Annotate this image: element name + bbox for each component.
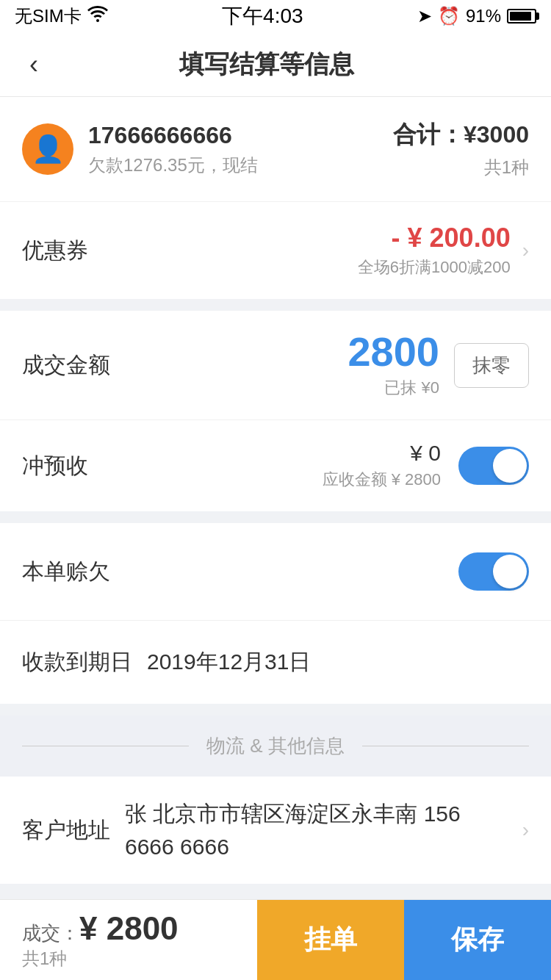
page-title: 填写结算等信息 [46, 48, 488, 82]
deal-right: 2800 已抹 ¥0 抹零 [347, 331, 529, 399]
bottom-deal-label: 成交： [22, 920, 79, 946]
coupon-label: 优惠券 [22, 236, 88, 266]
coupon-desc: 全场6折满1000减200 [358, 256, 511, 278]
address-chevron-icon: › [522, 818, 529, 842]
back-button[interactable]: ‹ [22, 42, 46, 87]
deal-sub: 已抹 ¥0 [347, 377, 439, 399]
benshandanque-toggle[interactable] [458, 552, 529, 591]
total-sub: 共1种 [393, 156, 529, 179]
coupon-row[interactable]: 优惠券 - ¥ 200.00 全场6折满1000减200 › [0, 202, 551, 299]
avatar: 👤 [22, 123, 73, 175]
customer-sub: 欠款1276.35元，现结 [88, 154, 393, 177]
hang-button[interactable]: 挂单 [257, 900, 404, 981]
bottom-bar: 成交： ¥ 2800 共1种 挂单 保存 [0, 899, 551, 980]
logistics-separator: 物流 & 其他信息 [0, 716, 551, 777]
customer-info: 17666666666 欠款1276.35元，现结 [88, 122, 393, 177]
divider-1 [0, 299, 551, 311]
bottom-deal-line: 成交： ¥ 2800 [22, 910, 235, 947]
bottom-count: 共1种 [22, 947, 235, 970]
deal-section: 成交金额 2800 已抹 ¥0 抹零 冲预收 ¥ 0 应收金额 ¥ 2800 [0, 311, 551, 511]
location-icon: ➤ [417, 6, 432, 26]
deal-amount-row: 成交金额 2800 已抹 ¥0 抹零 [0, 311, 551, 419]
status-time: 下午4:03 [222, 2, 303, 30]
battery-icon [507, 9, 536, 24]
save-button[interactable]: 保存 [404, 900, 551, 981]
address-label: 客户地址 [22, 815, 110, 846]
chongyu-sub: 应收金额 ¥ 2800 [323, 469, 441, 491]
divider-2 [0, 511, 551, 523]
nav-bar: ‹ 填写结算等信息 [0, 32, 551, 97]
status-left: 无SIM卡 [15, 4, 108, 28]
deal-label: 成交金额 [22, 350, 110, 381]
customer-total: 合计：¥3000 共1种 [393, 119, 529, 179]
benshandanque-label: 本单赊欠 [22, 557, 110, 587]
benshandanque-toggle-knob [493, 555, 527, 588]
chevron-right-icon: › [522, 239, 529, 262]
bottom-info: 成交： ¥ 2800 共1种 [0, 910, 257, 970]
status-bar: 无SIM卡 下午4:03 ➤ ⏰ 91% [0, 0, 551, 32]
toggle-knob [493, 449, 527, 483]
logistics-line-right [362, 746, 529, 746]
round-button[interactable]: 抹零 [454, 343, 529, 388]
customer-row: 👤 17666666666 欠款1276.35元，现结 合计：¥3000 共1种 [0, 97, 551, 201]
chongyu-row: 冲预收 ¥ 0 应收金额 ¥ 2800 [0, 419, 551, 511]
total-amount: 合计：¥3000 [393, 119, 529, 151]
customer-section: 👤 17666666666 欠款1276.35元，现结 合计：¥3000 共1种 [0, 97, 551, 202]
coupon-section[interactable]: 优惠券 - ¥ 200.00 全场6折满1000减200 › [0, 202, 551, 299]
address-value: 张 北京市市辖区海淀区永丰南 156 6666 6666 [125, 797, 514, 863]
due-date-row: 收款到期日 2019年12月31日 [0, 620, 551, 704]
divider-3 [0, 704, 551, 716]
logistics-text: 物流 & 其他信息 [189, 733, 362, 759]
alarm-icon: ⏰ [438, 6, 460, 26]
customer-phone: 17666666666 [88, 122, 393, 149]
address-row[interactable]: 客户地址 张 北京市市辖区海淀区永丰南 156 6666 6666 › [0, 777, 551, 884]
logistics-line-left [22, 746, 189, 746]
benshandanque-section: 本单赊欠 收款到期日 2019年12月31日 [0, 523, 551, 704]
wifi-icon [87, 6, 108, 26]
battery-percent: 91% [466, 6, 501, 26]
bottom-amount: ¥ 2800 [79, 910, 179, 947]
chongyu-right: ¥ 0 应收金额 ¥ 2800 [323, 441, 441, 491]
deal-amount: 2800 [347, 331, 439, 372]
sim-label: 无SIM卡 [15, 4, 82, 28]
status-right: ➤ ⏰ 91% [417, 6, 536, 26]
chongyu-label: 冲预收 [22, 451, 88, 481]
address-section[interactable]: 客户地址 张 北京市市辖区海淀区永丰南 156 6666 6666 › [0, 777, 551, 884]
chongyu-toggle[interactable] [458, 447, 529, 485]
benshandanque-row: 本单赊欠 [0, 523, 551, 620]
chongyu-amount: ¥ 0 [323, 441, 441, 466]
due-date-label: 收款到期日 [22, 647, 132, 677]
coupon-right: - ¥ 200.00 全场6折满1000减200 › [358, 223, 529, 278]
coupon-amount: - ¥ 200.00 [358, 223, 511, 253]
user-icon: 👤 [32, 134, 65, 165]
due-date-value: 2019年12月31日 [147, 647, 311, 677]
